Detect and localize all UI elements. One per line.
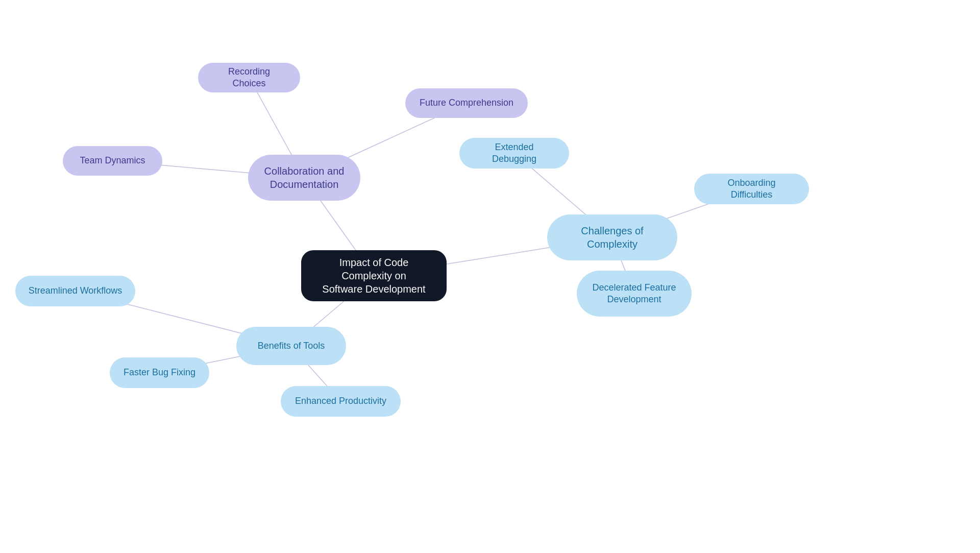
node-benefits[interactable]: Benefits of Tools [236, 327, 346, 365]
node-collaboration[interactable]: Collaboration and Documentation [248, 155, 360, 201]
node-enhanced[interactable]: Enhanced Productivity [281, 386, 401, 417]
node-extended[interactable]: Extended Debugging [459, 138, 569, 169]
node-recording[interactable]: Recording Choices [198, 63, 300, 92]
node-streamlined[interactable]: Streamlined Workflows [15, 276, 135, 306]
node-onboarding[interactable]: Onboarding Difficulties [694, 174, 809, 204]
connections-svg [0, 0, 980, 553]
node-team[interactable]: Team Dynamics [63, 146, 162, 176]
node-faster[interactable]: Faster Bug Fixing [110, 357, 209, 388]
node-future[interactable]: Future Comprehension [405, 88, 528, 118]
node-center[interactable]: Impact of Code Complexity on Software De… [301, 250, 447, 301]
node-decelerated[interactable]: Decelerated Feature Development [577, 271, 692, 317]
mind-map: Impact of Code Complexity on Software De… [0, 0, 980, 553]
node-challenges[interactable]: Challenges of Complexity [547, 214, 677, 260]
